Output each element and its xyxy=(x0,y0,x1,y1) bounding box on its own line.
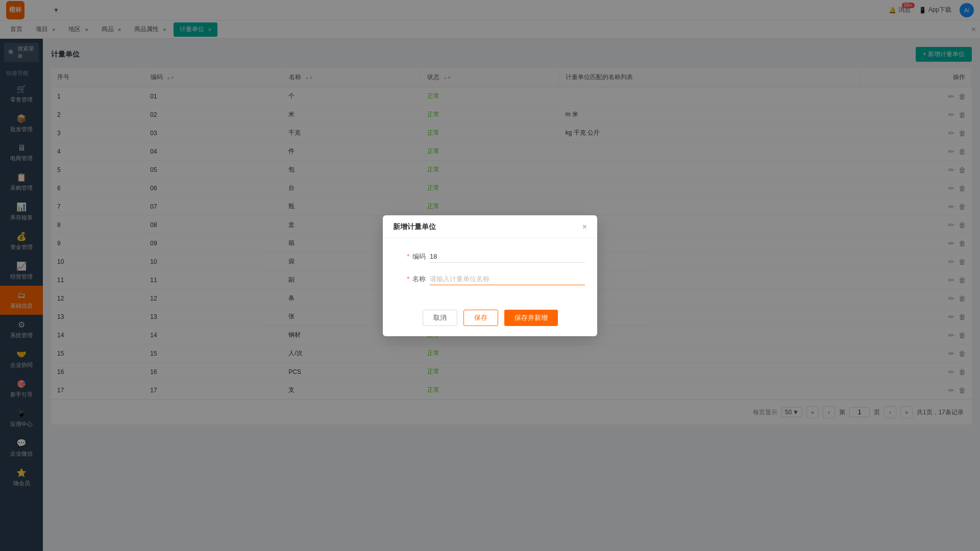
cancel-button[interactable]: 取消 xyxy=(423,310,457,326)
name-input[interactable] xyxy=(430,273,585,285)
add-unit-modal: 新增计量单位 × * 编码 * 名称 取消 保存 保存并新增 xyxy=(383,215,597,336)
form-row-name: * 名称 xyxy=(395,273,585,285)
code-input[interactable] xyxy=(430,251,585,263)
save-button[interactable]: 保存 xyxy=(463,310,498,326)
modal-header: 新增计量单位 × xyxy=(383,215,597,238)
code-label: * 编码 xyxy=(395,252,426,261)
modal-title: 新增计量单位 xyxy=(393,222,436,232)
name-label: * 名称 xyxy=(395,274,426,284)
required-star-code: * xyxy=(407,253,409,260)
modal-body: * 编码 * 名称 xyxy=(383,238,597,304)
modal-footer: 取消 保存 保存并新增 xyxy=(383,304,597,336)
save-and-new-button[interactable]: 保存并新增 xyxy=(504,310,558,326)
modal-overlay[interactable]: 新增计量单位 × * 编码 * 名称 取消 保存 保存并新增 xyxy=(0,0,980,551)
modal-close-btn[interactable]: × xyxy=(582,223,587,231)
form-row-code: * 编码 xyxy=(395,251,585,263)
required-star-name: * xyxy=(407,275,409,283)
